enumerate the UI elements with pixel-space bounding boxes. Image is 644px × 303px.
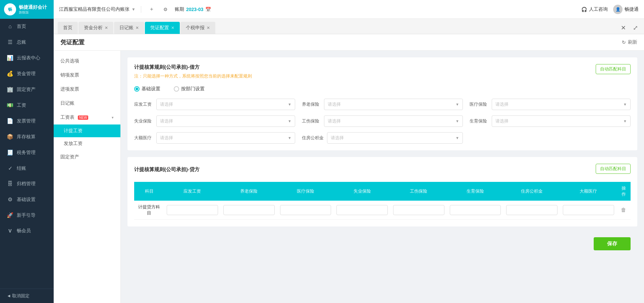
sidebar-item-ledger[interactable]: ☰ 总账 [0,34,54,50]
input-yanglao[interactable] [223,205,275,215]
topbar-right: 🎧 人工咨询 👤 畅捷通 [581,5,639,14]
period-selector[interactable]: 账期 2023-03 📅 [175,6,211,12]
sidebar-item-funds[interactable]: 💰 资金管理 [0,66,54,82]
sidebar-item-vip[interactable]: V 畅会员 [0,223,54,239]
input-shiye[interactable] [336,205,388,215]
user-menu[interactable]: 👤 畅捷通 [613,5,639,14]
tab-close-tax[interactable]: ✕ [207,26,210,30]
nav-item-fixed-assets[interactable]: 固定资产 [54,150,120,164]
tab-funds[interactable]: 资金分析 ✕ [78,22,113,34]
company-selector[interactable]: 江西服宝精品有限责任公司内账张 ▼ [59,6,136,12]
table-row: 计提贷方科目 🗑 [134,201,631,220]
funds-icon: 💰 [7,70,13,77]
form-item-gongshang: 工伤保险 请选择 ▼ [302,115,463,127]
form-item-gongjijin: 住房公积金 请选择 ▼ [302,132,463,144]
select-yingfa[interactable]: 请选择 ▼ [156,99,295,110]
form-item-daeyiliao: 大额医疗 请选择 ▼ [134,132,295,144]
select-shengyu[interactable]: 请选择 ▼ [492,115,631,127]
row-cell-yiliao [277,201,334,220]
sidebar-item-tax[interactable]: 🧾 税务管理 [0,145,54,160]
sidebar-item-assets[interactable]: 🏢 固定资产 [0,82,54,97]
tab-close-voucher[interactable]: ✕ [171,26,174,30]
assets-icon: 🏢 [7,86,13,93]
sidebar-item-invoice[interactable]: 📄 发票管理 [0,113,54,129]
input-daeyiliao[interactable] [563,205,614,215]
col-shiye: 失业保险 [334,182,390,201]
sidebar-item-settings[interactable]: ⚙ 基础设置 [0,192,54,207]
cancel-fixed-button[interactable]: ◄ 取消固定 [0,289,54,303]
add-button[interactable]: ＋ [147,4,157,14]
nav-item-salary-pay[interactable]: 发放工资 [54,137,120,150]
sidebar-item-guide[interactable]: 🚀 新手引导 [0,207,54,223]
row-cell-yanglao [221,201,277,220]
service-button[interactable]: 🎧 人工咨询 [581,6,608,12]
section-credit-title: 计提核算规则(公司承担)-贷方 [134,166,200,173]
select-chevron-icon: ▼ [288,102,291,106]
content-body: 公共选项 销项发票 进项发票 日记账 工资表 NEW ▾ [54,51,644,303]
select-chevron-icon-2: ▼ [455,102,459,106]
vip-icon: V [7,228,13,234]
auto-match-debit-button[interactable]: 自动匹配科目 [596,64,631,74]
refresh-icon: ↻ [622,40,626,45]
logo-text: 畅捷通好会计 旗舰版 [19,4,47,15]
sidebar-item-inventory[interactable]: 📦 库存核算 [0,129,54,145]
tab-journal[interactable]: 日记账 ✕ [114,22,144,34]
input-yiliao[interactable] [280,205,331,215]
input-gongjijin[interactable] [506,205,557,215]
nav-item-journal[interactable]: 日记账 [54,96,120,110]
radio-dept[interactable]: 按部门设置 [174,86,205,92]
row-cell-shiye [334,201,390,220]
sidebar-item-checkout[interactable]: ✓ 结账 [0,160,54,176]
nav-item-purchase[interactable]: 进项发票 [54,82,120,96]
input-yingfa[interactable] [167,205,218,215]
expand-button[interactable]: ⤢ [631,23,640,33]
close-all-button[interactable]: ✕ [619,23,628,33]
page-content: 凭证配置 ↻ 刷新 公共选项 销项发票 进项发票 日记账 [54,34,644,303]
checkout-icon: ✓ [7,165,13,171]
section-debit-title: 计提核算规则(公司承担)-借方 注：只能选择一种方式，系统将按照您当前的选择来配… [134,64,252,85]
nav-sub-salary: 计提工资 发放工资 [54,124,120,150]
tab-close-journal[interactable]: ✕ [136,26,139,30]
row-cell-yingfa [164,201,221,220]
select-gongshang[interactable]: 请选择 ▼ [324,115,463,127]
form-item-yiliao: 医疗保险 请选择 ▼ [470,99,631,110]
row-cell-gongjijin [503,201,560,220]
delete-row-button[interactable]: 🗑 [621,207,626,213]
radio-basic-circle [134,86,140,92]
sidebar-item-home[interactable]: ⌂ 首页 [0,19,54,34]
select-shiye[interactable]: 请选择 ▼ [156,115,295,127]
chart-icon: 📊 [7,55,13,61]
tab-voucher[interactable]: 凭证配置 ✕ [145,22,180,34]
dropdown-icon: ▼ [131,7,136,12]
auto-match-credit-button[interactable]: 自动匹配科目 [596,164,631,174]
select-gongjijin[interactable]: 请选择 ▼ [327,132,463,144]
tab-home[interactable]: 首页 [58,22,78,34]
right-content: 计提核算规则(公司承担)-借方 注：只能选择一种方式，系统将按照您当前的选择来配… [121,51,644,303]
sidebar-item-archive[interactable]: 🗄 归档管理 [0,176,54,192]
sidebar: 畅 畅捷通好会计 旗舰版 ⌂ 首页 ☰ 总账 📊 云报表中心 💰 资金管理 🏢 … [0,0,54,303]
tab-close-funds[interactable]: ✕ [105,26,108,30]
radio-basic[interactable]: 基础设置 [134,86,160,92]
settings-button[interactable]: ⚙ [161,4,171,14]
input-shengyu[interactable] [450,205,501,215]
input-gongshang[interactable] [393,205,444,215]
form-item-yanglao: 养老保险 请选择 ▼ [302,99,463,110]
tab-tax[interactable]: 个税申报 ✕ [180,22,215,34]
select-chevron-icon-3: ▼ [623,102,627,106]
sidebar-item-salary[interactable]: 💵 工资 [0,97,54,113]
sidebar-item-reports[interactable]: 📊 云报表中心 [0,50,54,66]
select-yiliao[interactable]: 请选择 ▼ [492,99,631,110]
refresh-button[interactable]: ↻ 刷新 [622,39,637,45]
tax-icon: 🧾 [7,149,13,156]
nav-group-salary[interactable]: 工资表 NEW ▾ [54,110,120,124]
select-daeyiliao[interactable]: 请选择 ▼ [156,132,295,144]
nav-item-public[interactable]: 公共选项 [54,54,120,68]
select-yanglao[interactable]: 请选择 ▼ [324,99,463,110]
save-button[interactable]: 保存 [594,237,631,250]
topbar: 江西服宝精品有限责任公司内账张 ▼ ＋ ⚙ 账期 2023-03 📅 🎧 人工咨… [54,0,644,19]
row-cell-gongshang [390,201,447,220]
nav-item-salary-calc[interactable]: 计提工资 [54,124,120,137]
nav-item-sales[interactable]: 销项发票 [54,68,120,82]
col-subject: 科目 [134,182,164,201]
form-item-shengyu: 生育保险 请选择 ▼ [470,115,631,127]
